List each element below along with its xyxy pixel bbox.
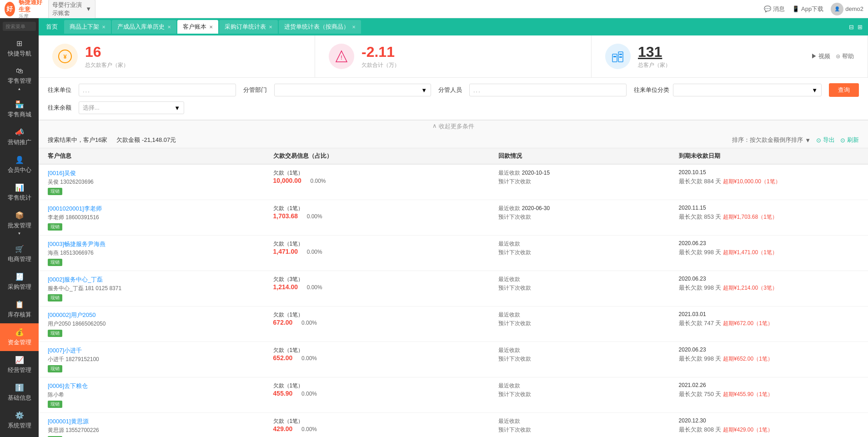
customer-name-4[interactable]: [000002]用户2050 [48, 311, 96, 318]
top-bar-actions: 💬 消息 📱 App下载 👤 demo2 [764, 3, 863, 15]
member-center-icon: 👤 [15, 156, 24, 164]
chevron-down-icon: ▼ [805, 137, 811, 144]
debt-info-7: 欠款（1笔） 429.00 0.00% [273, 417, 499, 432]
stat-values-debtors: 16 总欠款客户（家） [85, 44, 129, 69]
tab-close-icon[interactable]: ✕ [167, 25, 171, 30]
overdue-amount-5[interactable]: 超期¥652.00（1笔） [723, 356, 773, 362]
refresh-button[interactable]: ⊙ 刷新 [840, 136, 859, 144]
customer-name-5[interactable]: [0007]小进千 [48, 347, 82, 354]
message-action[interactable]: 💬 消息 [764, 5, 785, 13]
debt-info-6: 欠款（1笔） 455.90 0.00% [273, 382, 499, 397]
tab-purchase-order-stats[interactable]: 采购订单统计表 ✕ [219, 20, 278, 34]
overdue-amount-3[interactable]: 超期¥1,214.00（3笔） [723, 285, 778, 291]
customer-name-7[interactable]: [000001]黄思源 [48, 418, 89, 425]
sidebar-item-purchase[interactable]: 🧾 采购管理 [0, 268, 39, 296]
filter-department: 分管部门 ▼ [243, 84, 431, 96]
customer-name-2[interactable]: [0003]畅捷服务尹海燕 [48, 241, 105, 247]
app-download-label: App下载 [801, 5, 823, 13]
sidebar-item-ecommerce[interactable]: 🛒 电商管理 [0, 240, 39, 268]
tab-product-updown[interactable]: 商品上下架 ✕ [64, 20, 111, 34]
sidebar-item-marketing[interactable]: 📣 营销推广 [0, 123, 39, 151]
overdue-amount-4[interactable]: 超期¥672.00（1笔） [723, 320, 773, 326]
sidebar-search-input[interactable] [3, 22, 36, 31]
svg-rect-7 [619, 56, 622, 58]
tab-customer-account[interactable]: 客户账本 ✕ [177, 20, 218, 34]
overdue-amount-6[interactable]: 超期¥455.90（1笔） [723, 391, 773, 397]
sidebar-item-sys-mgmt[interactable]: ⚙️ 系统管理 [0, 407, 39, 434]
sidebar-item-inventory[interactable]: 📋 库存核算 [0, 296, 39, 323]
debt-info-1: 欠款（1笔） 1,703.68 0.00% [273, 205, 499, 220]
search-button[interactable]: 查询 [829, 83, 859, 97]
stat-card-total-customers: 131 总客户（家） ▶ 视频 ⊙ 帮助 [592, 35, 868, 77]
industry-selector[interactable]: 母婴行业演示账套 ▼ [48, 0, 95, 19]
sidebar-item-retail-stats[interactable]: 📊 零售统计 [0, 179, 39, 206]
overdue-days-6: 最长欠款 750 天 [679, 391, 722, 397]
overdue-amount-2[interactable]: 超期¥1,471.00（1笔） [723, 249, 778, 256]
stats-row: ¥ 16 总欠款客户（家） ! [39, 35, 868, 78]
overdue-amount-7[interactable]: 超期¥429.00（1笔） [723, 427, 773, 433]
video-action[interactable]: ▶ 视频 [811, 52, 831, 60]
svg-rect-3 [612, 54, 617, 62]
tab-close-icon[interactable]: ✕ [209, 25, 213, 30]
tab-close-icon[interactable]: ✕ [102, 25, 105, 30]
customer-name-1[interactable]: [0001020001]李老师 [48, 205, 102, 212]
status-badge-2: 现销 [48, 259, 62, 266]
tab-label: 商品上下架 [70, 23, 99, 31]
return-info-6: 最近收款 预计下次收款 [498, 382, 678, 398]
sidebar-item-ops[interactable]: 📈 经营管理 [0, 351, 39, 379]
sidebar-item-quick-nav[interactable]: ⊞ 快捷导航 [0, 35, 39, 62]
collapse-row[interactable]: ∧ 收起更多条件 [39, 120, 868, 132]
stat-card-debtors: ¥ 16 总欠款客户（家） [39, 35, 315, 77]
overdue-amount-0[interactable]: 超期¥10,000.00（1笔） [723, 178, 781, 185]
sidebar-item-wholesale-mgmt[interactable]: 📦 批发管理 ▼ [0, 206, 39, 240]
sort-select[interactable]: 排序：按欠款金额倒序排序 ▼ [732, 136, 811, 144]
help-action[interactable]: ⊙ 帮助 [836, 52, 854, 60]
filter-manager-label: 分管人员 [438, 86, 466, 94]
stat-icon-total-customers [605, 44, 631, 69]
debt-amount-0: 10,000.00 [273, 177, 301, 184]
overdue-date-5: 2020.06.23 [679, 347, 859, 353]
tab-expand-icon[interactable]: ⊞ [858, 24, 863, 30]
last-pay-label-5: 最近收款 [498, 347, 520, 353]
retail-shop-icon: 🏪 [15, 100, 24, 109]
filter-manager-input[interactable]: ... [469, 84, 627, 96]
sidebar-item-finance[interactable]: 💰 资金管理 [0, 323, 39, 351]
filter-department-select[interactable]: ▼ [274, 84, 431, 96]
customer-name-6[interactable]: [0006]去下粮仓 [48, 382, 88, 389]
debt-amount-3: 1,214.00 [273, 283, 298, 291]
tab-close-icon[interactable]: ✕ [352, 25, 356, 30]
sidebar-item-retail-mgmt[interactable]: 🛍 零售管理 ▲ [0, 62, 39, 95]
tab-minimize-icon[interactable]: ⊟ [849, 24, 854, 30]
retail-mgmt-icon: 🛍 [16, 67, 23, 75]
debt-count-7: 欠款（1笔） [273, 417, 499, 425]
debt-amount-4: 672.00 [273, 319, 293, 326]
main-layout: ⊞ 快捷导航 🛍 零售管理 ▲ 🏪 零售商城 📣 营销推广 👤 会员中心 � [0, 18, 868, 437]
customer-info-7: [000001]黄思源 黄思源 13552700226 现销 [48, 417, 273, 437]
logo-area: 好 畅捷通好生意 乐摩 母婴行业演示账套 ▼ [5, 0, 95, 19]
filter-unit-category-select[interactable]: ▼ [673, 84, 822, 96]
sidebar-item-retail-shop[interactable]: 🏪 零售商城 [0, 95, 39, 123]
wholesale-icon: 📦 [15, 211, 24, 220]
user-action[interactable]: 👤 demo2 [831, 3, 863, 15]
customer-name-3[interactable]: [0002]服务中心_丁磊 [48, 276, 103, 283]
filter-source-unit-input[interactable]: ... [79, 84, 236, 96]
results-summary: 搜索结果中，客户16家 欠款金额 -21,148.07元 [48, 136, 176, 144]
customer-phone-1: 李老师 18600391516 [48, 214, 273, 221]
customer-name-0[interactable]: [0016]吴俊 [48, 170, 76, 176]
tab-inbound-stats[interactable]: 进货单统计表（按商品） ✕ [279, 20, 361, 34]
debt-amount-7: 429.00 [273, 425, 293, 432]
svg-text:¥: ¥ [63, 53, 67, 60]
overdue-amount-1[interactable]: 超期¥1,703.68（1笔） [723, 214, 778, 220]
tab-close-icon[interactable]: ✕ [269, 25, 272, 30]
sidebar-item-basic-info[interactable]: ℹ️ 基础信息 [0, 379, 39, 407]
sidebar-item-enterprise-collab[interactable]: 🤝 企业协同 [0, 434, 39, 437]
tab-product-history[interactable]: 产成品入库单历史 ✕ [112, 20, 176, 34]
app-download-action[interactable]: 📱 App下载 [792, 5, 823, 13]
export-button[interactable]: ⊙ 导出 [816, 136, 835, 144]
sidebar-item-member-center[interactable]: 👤 会员中心 [0, 151, 39, 179]
filter-balance-select[interactable]: 选择... ▼ [79, 101, 184, 114]
sidebar-item-label: 经营管理 [8, 366, 31, 374]
tab-home[interactable]: 首页 [40, 20, 63, 34]
content-area: 首页 商品上下架 ✕ 产成品入库单历史 ✕ 客户账本 ✕ 采购订单统计表 ✕ [39, 18, 868, 437]
debt-info-3: 欠款（3笔） 1,214.00 0.00% [273, 276, 499, 291]
